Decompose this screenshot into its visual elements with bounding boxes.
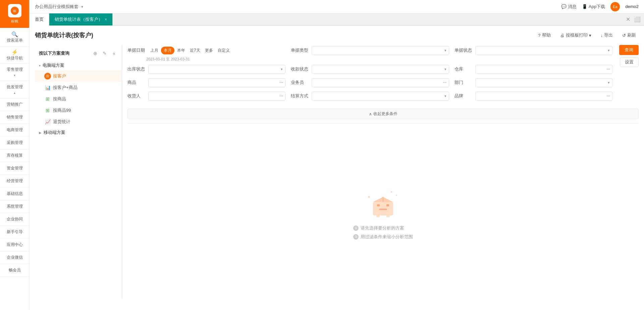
tree-section: ▾ 电脑端方案 按 按客户 📊 按客户+商品 ⊞ bbox=[35, 59, 122, 139]
sidebar-item-ecommerce[interactable]: 电商管理 bbox=[0, 124, 29, 137]
status-label: 单据状态 bbox=[454, 47, 473, 53]
sidebar-item-system[interactable]: 系统管理 bbox=[0, 200, 29, 213]
goods-input[interactable] bbox=[148, 78, 285, 87]
staff-input[interactable] bbox=[312, 78, 449, 87]
panel-collapse-btn[interactable]: « bbox=[110, 50, 118, 57]
settings-btn[interactable]: 设置 bbox=[620, 57, 639, 67]
tab-sales-stats[interactable]: 销货单统计表（按客户） × bbox=[49, 13, 113, 25]
date-tab-7days[interactable]: 近7天 bbox=[188, 47, 202, 54]
collapse-bar[interactable]: ∧ 收起更多条件 bbox=[127, 109, 639, 119]
receiver-label: 收货人 bbox=[127, 93, 146, 99]
tree-item-by-goods[interactable]: ⊞ 按商品 bbox=[35, 93, 122, 105]
message-icon: 💬 bbox=[561, 4, 567, 9]
sidebar-item-purchase[interactable]: 采购管理 bbox=[0, 137, 29, 149]
user-initials: Ea bbox=[613, 5, 618, 9]
sidebar-item-wechat[interactable]: 企业微信 bbox=[0, 251, 29, 264]
pay-status-label: 收款状态 bbox=[291, 66, 310, 72]
payment-select[interactable] bbox=[312, 92, 449, 101]
user-name: demo2 bbox=[625, 4, 639, 9]
tab-close-icon[interactable]: × bbox=[105, 17, 107, 22]
marketing-label: 营销推广 bbox=[7, 102, 23, 107]
tree-group-mobile-header[interactable]: ▶ 移动端方案 bbox=[35, 127, 122, 138]
purchase-label: 采购管理 bbox=[7, 140, 23, 146]
warehouse-input[interactable] bbox=[475, 65, 612, 74]
header-right: 💬 消息 📱 App下载 Ea demo2 bbox=[561, 2, 639, 11]
date-range-text: 2023-03-01 至 2023-03-31 bbox=[146, 57, 190, 61]
help-label: 帮助 bbox=[542, 32, 551, 38]
window-maximize-btn[interactable]: ⬜ bbox=[633, 15, 641, 23]
export-btn[interactable]: ↓ 导出 bbox=[598, 31, 616, 40]
sidebar-item-marketing[interactable]: 营销推广 bbox=[0, 98, 29, 111]
tree-item-by-customer[interactable]: 按 按客户 bbox=[35, 70, 122, 82]
receiver-dots-icon[interactable]: ··· bbox=[279, 93, 283, 99]
app-download-btn[interactable]: 📱 App下载 bbox=[582, 4, 605, 10]
sidebar-item-operations[interactable]: 经营管理 bbox=[0, 175, 29, 188]
date-tab-this-year[interactable]: 本年 bbox=[175, 47, 187, 54]
receiver-input[interactable] bbox=[148, 92, 285, 101]
sidebar-item-inventory[interactable]: 库存核算 bbox=[0, 149, 29, 162]
export-label: 导出 bbox=[604, 32, 613, 38]
svg-point-5 bbox=[368, 196, 370, 198]
sidebar-item-appcenter[interactable]: 应用中心 bbox=[0, 239, 29, 251]
top-header: 办公用品行业模拟账套 ▾ 💬 消息 📱 App下载 Ea demo2 bbox=[30, 0, 644, 13]
empty-illustration bbox=[363, 185, 403, 219]
date-control: 上月 本月 本年 近7天 更多 自定义 bbox=[148, 47, 285, 54]
filter-date: 单据日期 上月 本月 本年 近7天 bbox=[127, 45, 285, 56]
message-btn[interactable]: 💬 消息 bbox=[561, 4, 577, 10]
sidebar-item-search[interactable]: 🔍 搜索菜单 bbox=[0, 28, 29, 47]
warehouse-dots-icon[interactable]: ··· bbox=[606, 66, 610, 72]
sidebar-item-enterprise[interactable]: 企业协同 bbox=[0, 213, 29, 226]
app-download-label: App下载 bbox=[589, 4, 605, 10]
staff-dots-icon[interactable]: ··· bbox=[443, 80, 446, 85]
tree-item-return-stats[interactable]: 📈 退货统计 bbox=[35, 116, 122, 127]
help-btn[interactable]: ? 帮助 bbox=[535, 31, 553, 40]
brand-dots-icon[interactable]: ··· bbox=[606, 93, 610, 99]
logo[interactable]: 标 标账 bbox=[0, 0, 29, 28]
system-label: 系统管理 bbox=[7, 204, 23, 209]
window-close-btn[interactable]: ✕ bbox=[624, 15, 632, 23]
date-tab-this-month[interactable]: 本月 bbox=[161, 47, 174, 54]
svg-point-7 bbox=[391, 191, 392, 193]
add-icon: ⊕ bbox=[93, 51, 97, 56]
divider bbox=[127, 123, 639, 123]
sidebar-item-newuser[interactable]: 新手引导 bbox=[0, 226, 29, 239]
sidebar-item-basic[interactable]: 基础信息 bbox=[0, 188, 29, 200]
tree-item-by-goods-99[interactable]: ⊞ 按商品99 bbox=[35, 105, 122, 116]
tip-2-text: 用过滤条件来缩小分析范围 bbox=[361, 234, 413, 240]
type-select[interactable] bbox=[312, 46, 449, 55]
out-status-select[interactable] bbox=[148, 65, 285, 74]
tab-home[interactable]: 首页 bbox=[30, 13, 49, 25]
sidebar-item-wholesale[interactable]: 批发管理 ▴ bbox=[0, 81, 29, 98]
tree-item-by-customer-goods[interactable]: 📊 按客户+商品 bbox=[35, 82, 122, 93]
dept-select[interactable] bbox=[475, 78, 612, 87]
sidebar-item-sales[interactable]: 销售管理 bbox=[0, 111, 29, 124]
user-avatar[interactable]: Ea bbox=[610, 2, 620, 11]
header-dropdown-icon[interactable]: ▾ bbox=[81, 4, 83, 9]
newuser-label: 新手引导 bbox=[7, 229, 23, 235]
print-btn[interactable]: 🖨 按模板打印 ▾ bbox=[557, 31, 594, 40]
date-tab-last-month[interactable]: 上月 bbox=[148, 47, 160, 54]
date-tab-more[interactable]: 更多 bbox=[203, 47, 215, 54]
goods-dots-icon[interactable]: ··· bbox=[279, 80, 283, 85]
vip-label: 畅会员 bbox=[9, 267, 21, 273]
date-tab-custom[interactable]: 自定义 bbox=[216, 47, 232, 54]
status-select[interactable] bbox=[475, 46, 612, 55]
empty-tip-2: ② 用过滤条件来缩小分析范围 bbox=[353, 234, 413, 240]
retail-arrow: ▾ bbox=[14, 73, 15, 77]
sidebar-item-retail[interactable]: 零售管理 ▾ bbox=[0, 63, 29, 81]
brand-input[interactable] bbox=[475, 92, 612, 101]
status-control: ▾ bbox=[475, 46, 612, 55]
refresh-btn[interactable]: ↺ 刷新 bbox=[620, 31, 639, 40]
sidebar-item-vip[interactable]: 畅会员 bbox=[0, 264, 29, 277]
pay-status-select[interactable] bbox=[312, 65, 449, 74]
sidebar-item-finance[interactable]: 资金管理 bbox=[0, 162, 29, 175]
pay-status-control: ▾ bbox=[312, 65, 449, 74]
filter-payment: 结算方式 ▾ bbox=[291, 91, 449, 101]
panel-add-btn[interactable]: ⊕ bbox=[92, 50, 99, 57]
logo-icon: 标 bbox=[8, 4, 21, 17]
panel-edit-btn[interactable]: ✎ bbox=[101, 50, 108, 57]
goods-control: ··· bbox=[148, 78, 285, 87]
tree-group-desktop-header[interactable]: ▾ 电脑端方案 bbox=[35, 60, 122, 70]
sidebar-item-quicknav[interactable]: ⚡ 快捷导航 bbox=[0, 47, 29, 63]
query-btn[interactable]: 查询 bbox=[619, 45, 639, 55]
